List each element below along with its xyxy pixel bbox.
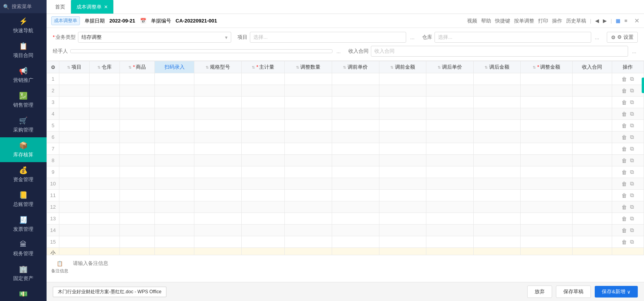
table-cell[interactable] bbox=[90, 73, 120, 85]
table-cell[interactable] bbox=[379, 225, 426, 236]
copy-row-btn[interactable]: ⧉ bbox=[629, 98, 635, 106]
delete-row-btn[interactable]: 🗑 bbox=[621, 203, 628, 211]
sidebar-item-purchase-mgmt[interactable]: 🛒 采购管理 bbox=[0, 112, 47, 137]
calendar-icon[interactable]: 📅 bbox=[140, 18, 146, 24]
table-cell[interactable] bbox=[120, 120, 155, 131]
table-cell[interactable] bbox=[572, 108, 612, 120]
table-cell[interactable] bbox=[241, 201, 285, 213]
col-before-price[interactable]: ⇅ 调前单价 bbox=[332, 61, 379, 73]
col-unit[interactable]: ⇅ 主计量 bbox=[241, 61, 285, 73]
table-cell[interactable] bbox=[473, 225, 521, 236]
copy-row-btn[interactable]: ⧉ bbox=[629, 215, 635, 223]
table-cell[interactable] bbox=[379, 85, 426, 97]
copy-row-btn[interactable]: ⧉ bbox=[629, 203, 635, 211]
table-cell[interactable] bbox=[155, 97, 194, 108]
copy-row-btn[interactable]: ⧉ bbox=[629, 168, 635, 176]
table-cell[interactable] bbox=[120, 85, 155, 97]
table-cell[interactable] bbox=[194, 120, 242, 131]
table-cell[interactable] bbox=[59, 166, 90, 178]
table-cell[interactable] bbox=[379, 97, 426, 108]
table-cell[interactable] bbox=[332, 97, 379, 108]
table-cell[interactable] bbox=[194, 225, 242, 236]
check-adjust-btn[interactable]: 按单调整 bbox=[514, 17, 534, 24]
table-cell[interactable] bbox=[59, 155, 90, 166]
table-cell[interactable] bbox=[285, 201, 332, 213]
table-cell[interactable] bbox=[155, 108, 194, 120]
table-cell[interactable] bbox=[194, 108, 242, 120]
table-cell[interactable] bbox=[90, 190, 120, 201]
table-cell[interactable] bbox=[285, 143, 332, 155]
table-cell[interactable] bbox=[332, 178, 379, 190]
table-cell[interactable] bbox=[155, 225, 194, 236]
table-cell[interactable] bbox=[285, 131, 332, 143]
copy-row-btn[interactable]: ⧉ bbox=[629, 121, 635, 130]
sidebar-search[interactable]: 🔍 搜索菜单 bbox=[0, 0, 47, 13]
table-cell[interactable] bbox=[59, 213, 90, 225]
table-cell[interactable] bbox=[473, 108, 521, 120]
table-cell[interactable] bbox=[155, 131, 194, 143]
delete-row-btn[interactable]: 🗑 bbox=[621, 157, 628, 164]
table-cell[interactable] bbox=[572, 85, 612, 97]
table-cell[interactable] bbox=[194, 97, 242, 108]
delete-row-btn[interactable]: 🗑 bbox=[621, 75, 628, 83]
table-cell[interactable] bbox=[426, 166, 474, 178]
table-cell[interactable] bbox=[241, 108, 285, 120]
table-cell[interactable] bbox=[379, 201, 426, 213]
help-btn[interactable]: 帮助 bbox=[481, 17, 491, 24]
table-cell[interactable] bbox=[426, 225, 474, 236]
table-cell[interactable] bbox=[379, 213, 426, 225]
table-cell[interactable] bbox=[120, 97, 155, 108]
table-cell[interactable] bbox=[572, 236, 612, 248]
table-cell[interactable] bbox=[120, 166, 155, 178]
table-cell[interactable] bbox=[426, 201, 474, 213]
table-cell[interactable] bbox=[155, 190, 194, 201]
tab-home[interactable]: 首页 bbox=[50, 0, 71, 14]
delete-row-btn[interactable]: 🗑 bbox=[621, 122, 628, 130]
table-cell[interactable] bbox=[572, 120, 612, 131]
table-cell[interactable] bbox=[521, 85, 572, 97]
table-cell[interactable] bbox=[285, 108, 332, 120]
agent-dots[interactable]: ... bbox=[335, 47, 342, 56]
table-cell[interactable] bbox=[473, 155, 521, 166]
table-cell[interactable] bbox=[473, 97, 521, 108]
table-cell[interactable] bbox=[194, 166, 242, 178]
table-cell[interactable] bbox=[572, 225, 612, 236]
table-cell[interactable] bbox=[59, 190, 90, 201]
table-cell[interactable] bbox=[194, 236, 242, 248]
table-cell[interactable] bbox=[194, 190, 242, 201]
table-cell[interactable] bbox=[473, 85, 521, 97]
table-cell[interactable] bbox=[285, 225, 332, 236]
sidebar-item-tax[interactable]: 🏛 税务管理 bbox=[0, 237, 47, 261]
table-cell[interactable] bbox=[59, 97, 90, 108]
table-cell[interactable] bbox=[285, 73, 332, 85]
table-cell[interactable] bbox=[426, 85, 474, 97]
table-cell[interactable] bbox=[194, 155, 242, 166]
table-cell[interactable] bbox=[473, 73, 521, 85]
table-cell[interactable] bbox=[379, 190, 426, 201]
table-cell[interactable] bbox=[521, 178, 572, 190]
table-cell[interactable] bbox=[155, 201, 194, 213]
table-cell[interactable] bbox=[332, 131, 379, 143]
table-cell[interactable] bbox=[59, 131, 90, 143]
col-project[interactable]: ⇅ 项目 bbox=[59, 61, 90, 73]
delete-row-btn[interactable]: 🗑 bbox=[621, 87, 628, 95]
table-cell[interactable] bbox=[379, 108, 426, 120]
table-cell[interactable] bbox=[241, 190, 285, 201]
table-cell[interactable] bbox=[90, 213, 120, 225]
income-contract-value[interactable]: 收入合同 bbox=[371, 46, 628, 57]
copy-row-btn[interactable]: ⧉ bbox=[629, 110, 635, 118]
project-dots[interactable]: ... bbox=[409, 33, 416, 42]
sidebar-item-quick-nav[interactable]: ⚡ 快速导航 bbox=[0, 13, 47, 38]
table-cell[interactable] bbox=[120, 213, 155, 225]
table-cell[interactable] bbox=[332, 190, 379, 201]
table-cell[interactable] bbox=[241, 131, 285, 143]
table-cell[interactable] bbox=[572, 178, 612, 190]
sidebar-item-payroll[interactable]: 💵 工资 bbox=[0, 286, 47, 301]
table-cell[interactable] bbox=[572, 155, 612, 166]
table-cell[interactable] bbox=[120, 178, 155, 190]
table-cell[interactable] bbox=[241, 166, 285, 178]
table-cell[interactable] bbox=[473, 213, 521, 225]
sidebar-item-sales-mgmt[interactable]: 💹 销售管理 bbox=[0, 88, 47, 112]
col-before-amount[interactable]: ⇅ 调前金额 bbox=[379, 61, 426, 73]
table-cell[interactable] bbox=[379, 131, 426, 143]
